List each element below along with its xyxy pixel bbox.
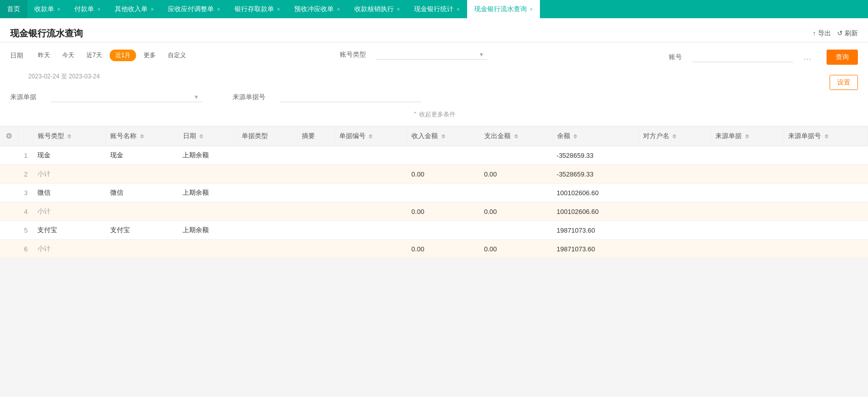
col-doc-no[interactable]: 单据编号 <box>335 126 407 146</box>
nav-flow-close[interactable]: × <box>530 6 533 12</box>
col-expense[interactable]: 支出金额 <box>480 126 553 146</box>
nav-receipts-close[interactable]: × <box>57 6 60 12</box>
nav-other-income-label: 其他收入单 <box>115 5 148 14</box>
settings-button[interactable]: 设置 <box>830 75 858 90</box>
export-button[interactable]: ↑ 导出 <box>813 29 832 38</box>
col-account-name[interactable]: 账号名称 <box>106 126 179 146</box>
nav-flow-label: 现金银行流水查询 <box>474 5 527 14</box>
nav-item-ar-ap-adjust[interactable]: 应收应付调整单 × <box>161 0 227 18</box>
sort-date <box>199 134 203 139</box>
row-num-cell: 1 <box>18 146 33 165</box>
nav-item-cash-bank-stat[interactable]: 现金银行统计 × <box>407 0 467 18</box>
nav-ar-ap-close[interactable]: × <box>217 6 220 12</box>
nav-item-payments[interactable]: 付款单 × <box>67 0 107 18</box>
nav-item-other-income[interactable]: 其他收入单 × <box>108 0 161 18</box>
table-row[interactable]: 1现金现金上期余额-3528659.33 <box>0 146 868 165</box>
date-btn-yesterday[interactable]: 昨天 <box>33 50 55 61</box>
table-body: 1现金现金上期余额-3528659.332小计0.000.00-3528659.… <box>0 146 868 258</box>
source-doc-cell <box>711 165 784 184</box>
doc-type-cell <box>238 202 297 221</box>
balance-cell: 100102606.60 <box>553 202 638 221</box>
col-source-doc[interactable]: 来源单据 <box>711 126 784 146</box>
nav-item-cash-bank-flow[interactable]: 现金银行流水查询 × <box>467 0 540 18</box>
doc-no-cell <box>335 221 407 240</box>
table-row[interactable]: 4小计0.000.00100102606.60 <box>0 202 868 221</box>
summary-cell <box>297 221 335 240</box>
nav-item-bank-deposit[interactable]: 银行存取款单 × <box>227 0 287 18</box>
collapse-bar[interactable]: ⌃ 收起更多条件 <box>10 107 858 121</box>
account-type-select[interactable]: ▾ <box>376 50 487 60</box>
account-name-cell: 现金 <box>106 146 179 165</box>
expense-cell: 0.00 <box>480 165 553 184</box>
nav-item-collect-verify[interactable]: 收款核销执行 × <box>347 0 407 18</box>
counterparty-cell <box>638 165 711 184</box>
refresh-button[interactable]: ↺ 刷新 <box>837 29 858 38</box>
nav-receipts-label: 收款单 <box>34 5 54 14</box>
account-input[interactable] <box>692 52 793 62</box>
nav-bank-deposit-label: 银行存取款单 <box>235 5 274 14</box>
account-more-button[interactable]: … <box>803 53 811 62</box>
date-options: 昨天 今天 近7天 近1月 更多 自定义 <box>33 50 191 61</box>
date-btn-1month[interactable]: 近1月 <box>110 50 136 61</box>
nav-ar-ap-label: 应收应付调整单 <box>168 5 214 14</box>
nav-other-income-close[interactable]: × <box>151 6 154 12</box>
nav-item-receipts[interactable]: 收款单 × <box>27 0 67 18</box>
nav-collect-close[interactable]: × <box>397 6 400 12</box>
account-name-cell: 微信 <box>106 184 179 202</box>
query-button[interactable]: 查询 <box>827 50 858 65</box>
counterparty-cell <box>638 146 711 165</box>
col-balance[interactable]: 余额 <box>553 126 638 146</box>
table-row[interactable]: 3微信微信上期余额100102606.60 <box>0 184 868 202</box>
table-row[interactable]: 6小计0.000.0019871073.60 <box>0 240 868 258</box>
nav-payments-label: 付款单 <box>74 5 94 14</box>
source-doc-select[interactable]: ▾ <box>51 92 202 102</box>
counterparty-cell <box>638 184 711 202</box>
col-counterparty[interactable]: 对方户名 <box>638 126 711 146</box>
collapse-label: 收起更多条件 <box>419 111 455 118</box>
filter-main-row: 日期 昨天 今天 近7天 近1月 更多 自定义 2023-02-24 至 202… <box>10 50 858 90</box>
nav-payments-close[interactable]: × <box>97 6 100 12</box>
column-settings-icon[interactable]: ⚙ <box>6 131 12 140</box>
nav-item-home[interactable]: 首页 <box>0 0 27 18</box>
balance-cell: 19871073.60 <box>553 221 638 240</box>
nav-stat-close[interactable]: × <box>456 6 460 12</box>
table-row[interactable]: 2小计0.000.00-3528659.33 <box>0 165 868 184</box>
col-account-type[interactable]: 账号类型 <box>33 126 106 146</box>
nav-item-prepay-offset[interactable]: 预收冲应收单 × <box>287 0 347 18</box>
account-type-cell: 现金 <box>33 146 106 165</box>
income-cell: 0.00 <box>407 240 480 258</box>
page-title: 现金银行流水查询 <box>10 27 83 39</box>
income-cell <box>407 221 480 240</box>
income-cell <box>407 146 480 165</box>
expense-cell <box>480 221 553 240</box>
date-cell: 上期余额 <box>178 221 238 240</box>
col-source-doc-no[interactable]: 来源单据号 <box>784 126 868 146</box>
date-btn-today[interactable]: 今天 <box>58 50 79 61</box>
col-row-num <box>18 126 33 146</box>
date-range: 2023-02-24 至 2023-03-24 <box>28 72 319 81</box>
data-table: ⚙ 账号类型 账号名称 日期 单据类型 <box>0 126 868 258</box>
col-expense-label: 支出金额 <box>484 132 511 140</box>
header-actions: ↑ 导出 ↺ 刷新 <box>813 29 858 38</box>
doc-no-cell <box>335 240 407 258</box>
source-doc-row: 来源单据 ▾ 来源单据号 <box>10 92 858 102</box>
nav-prepay-close[interactable]: × <box>337 6 340 12</box>
col-income[interactable]: 收入金额 <box>407 126 480 146</box>
income-cell <box>407 184 480 202</box>
col-doc-type-label: 单据类型 <box>242 132 268 140</box>
source-doc-chevron: ▾ <box>195 93 198 101</box>
source-doc-no-input[interactable] <box>280 92 421 102</box>
col-settings[interactable]: ⚙ <box>0 126 18 146</box>
source-doc-cell <box>711 184 784 202</box>
date-btn-custom[interactable]: 自定义 <box>163 50 191 61</box>
account-type-cell: 微信 <box>33 184 106 202</box>
table-row[interactable]: 5支付宝支付宝上期余额19871073.60 <box>0 221 868 240</box>
account-name-cell: 支付宝 <box>106 221 179 240</box>
date-btn-more[interactable]: 更多 <box>139 50 160 61</box>
sort-balance <box>573 134 577 139</box>
col-date[interactable]: 日期 <box>178 126 238 146</box>
date-btn-7days[interactable]: 近7天 <box>82 50 107 61</box>
summary-cell <box>297 184 335 202</box>
nav-bank-deposit-close[interactable]: × <box>277 6 280 12</box>
account-type-cell: 支付宝 <box>33 221 106 240</box>
